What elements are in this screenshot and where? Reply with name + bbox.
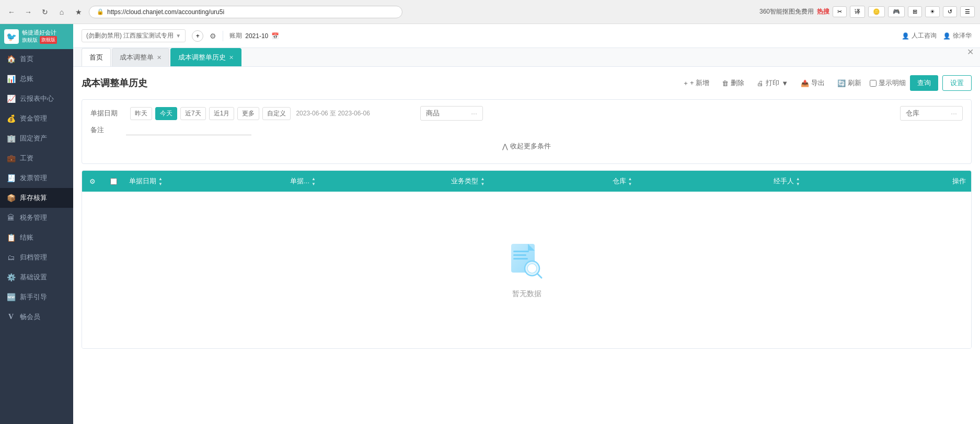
back-button[interactable]: ← (5, 6, 18, 18)
close-window-btn[interactable]: ✕ (961, 43, 980, 61)
sidebar-item-invoice-label: 发票管理 (20, 173, 47, 183)
select-all-checkbox[interactable] (110, 178, 117, 185)
history-tool[interactable]: ↺ (943, 6, 957, 17)
warehouse-sort-arrows: ▲▼ (628, 176, 632, 186)
menu-tool[interactable]: ☰ (960, 6, 975, 17)
remarks-input[interactable] (126, 125, 251, 135)
collapse-button[interactable]: ⋀ 收起更多条件 (497, 139, 556, 153)
coin-tool[interactable]: 🪙 (868, 6, 885, 17)
sidebar-item-ledger[interactable]: 📊 总账 (0, 69, 73, 89)
tab-cost-adjust-history[interactable]: 成本调整单历史 ✕ (170, 48, 241, 66)
date-btn-yesterday[interactable]: 昨天 (130, 107, 152, 120)
sidebar-item-closing[interactable]: 📋 结账 (0, 228, 73, 248)
sidebar-item-settings[interactable]: ⚙️ 基础设置 (0, 267, 73, 287)
settings-button[interactable]: 设置 (942, 75, 972, 91)
th-settings[interactable]: ⚙ (82, 178, 103, 185)
table-container: ⚙ 单据日期 ▲▼ 单据... ▲▼ 业务类型 ▲▼ (82, 170, 972, 349)
show-detail-checkbox[interactable] (870, 80, 877, 87)
th-biz-type-label: 业务类型 (451, 176, 478, 186)
forward-button[interactable]: → (22, 6, 34, 18)
sidebar-item-inventory[interactable]: 📦 库存核算 (0, 188, 73, 208)
print-button[interactable]: 🖨 打印 ▼ (753, 76, 792, 90)
scissors-tool[interactable]: ✂ (833, 6, 847, 17)
th-handler[interactable]: 经手人 ▲▼ (768, 172, 929, 191)
warehouse-label: 仓库 (906, 109, 919, 118)
query-button[interactable]: 查询 (910, 75, 938, 91)
sidebar-item-guide[interactable]: 🆕 新手引导 (0, 287, 73, 307)
add-tab-button[interactable]: + (192, 30, 203, 42)
delete-icon: 🗑 (722, 79, 729, 87)
sidebar-item-archive-label: 归档管理 (20, 253, 47, 262)
app-container: 🐦 畅捷通好会计 旗舰版 旗舰版 🏠 首页 📊 总账 📈 (0, 24, 980, 424)
calendar-icon[interactable]: 📅 (271, 32, 279, 40)
refresh-button[interactable]: 🔄 刷新 (833, 76, 866, 90)
user-service[interactable]: 👤 人工咨询 (902, 31, 937, 40)
settings-tab-button[interactable]: ⚙ (210, 32, 216, 40)
date-btn-7days[interactable]: 近7天 (180, 107, 206, 120)
logo-icon: 🐦 (4, 29, 19, 44)
guide-icon: 🆕 (6, 293, 16, 301)
sidebar-item-funds[interactable]: 💰 资金管理 (0, 109, 73, 128)
sidebar-item-tax[interactable]: 🏛 税务管理 (0, 208, 73, 228)
sidebar-item-settings-label: 基础设置 (20, 273, 47, 282)
tab-cost-adjust-history-close[interactable]: ✕ (229, 54, 234, 61)
th-warehouse[interactable]: 仓库 ▲▼ (607, 172, 768, 191)
th-actions: 操作 (929, 172, 971, 190)
translate-tool[interactable]: 译 (850, 6, 865, 18)
sidebar-item-fixed-assets[interactable]: 🏢 固定资产 (0, 128, 73, 148)
tab-cost-adjust[interactable]: 成本调整单 ✕ (112, 48, 169, 66)
column-settings-icon[interactable]: ⚙ (89, 178, 96, 185)
grid-tool[interactable]: ⊞ (908, 6, 922, 17)
theme-tool[interactable]: ☀ (925, 6, 940, 17)
sidebar-item-membership[interactable]: V 畅会员 (0, 307, 73, 327)
sidebar-item-payroll[interactable]: 💼 工资 (0, 148, 73, 168)
page-header: 成本调整单历史 + + 新增 🗑 删除 🖨 打印 ▼ (82, 75, 972, 91)
new-button[interactable]: + + 新增 (679, 76, 713, 90)
export-button[interactable]: 📤 导出 (797, 76, 829, 90)
bookmark-button[interactable]: ★ (72, 6, 85, 18)
sidebar-item-home[interactable]: 🏠 首页 (0, 49, 73, 69)
tab-home[interactable]: 首页 (82, 48, 111, 66)
user-avatar[interactable]: 👤 徐泽华 (943, 31, 972, 40)
th-biz-type[interactable]: 业务类型 ▲▼ (446, 172, 607, 191)
export-icon: 📤 (801, 79, 809, 87)
print-dropdown-arrow: ▼ (781, 79, 788, 87)
th-number[interactable]: 单据... ▲▼ (285, 172, 446, 191)
date-btn-today[interactable]: 今天 (155, 107, 177, 120)
membership-icon: V (6, 313, 16, 321)
product-dots: ··· (471, 109, 477, 117)
date-filter-buttons: 昨天 今天 近7天 近1月 更多 自定义 2023-06-06 至 2023-0… (130, 107, 370, 120)
date-btn-1month[interactable]: 近1月 (209, 107, 235, 120)
settings-icon: ⚙️ (6, 273, 16, 281)
reports-icon: 📈 (6, 95, 16, 103)
user-name: 徐泽华 (953, 31, 972, 40)
sidebar-item-archive[interactable]: 🗂 归档管理 (0, 248, 73, 267)
sidebar-item-invoice[interactable]: 🧾 发票管理 (0, 168, 73, 188)
url-text: https://cloud.chanjet.com/accounting/uru… (107, 8, 224, 16)
account-period-label: 账期 (229, 31, 242, 40)
address-bar[interactable]: 🔒 https://cloud.chanjet.com/accounting/u… (89, 6, 402, 18)
topbar-divider (223, 31, 223, 41)
tab-bar: 首页 成本调整单 ✕ 成本调整单历史 ✕ ✕ (73, 48, 980, 67)
account-period: 账期 2021-10 📅 (229, 31, 279, 40)
sidebar-item-reports[interactable]: 📈 云报表中心 (0, 89, 73, 109)
home-button[interactable]: ⌂ (55, 6, 68, 18)
sidebar-item-guide-label: 新手引导 (20, 292, 47, 302)
svg-rect-2 (513, 254, 526, 256)
company-selector[interactable]: (勿删勿禁用) 江西服宝测试专用 ▼ (82, 29, 186, 42)
date-btn-more[interactable]: 更多 (237, 107, 259, 120)
game-tool[interactable]: 🎮 (888, 6, 905, 17)
warehouse-filter[interactable]: 仓库 ··· (900, 106, 963, 121)
company-dropdown-arrow: ▼ (176, 33, 181, 39)
th-date[interactable]: 单据日期 ▲▼ (124, 172, 285, 191)
print-label: 打印 (766, 78, 779, 88)
reload-button[interactable]: ↻ (39, 6, 51, 18)
date-btn-custom[interactable]: 自定义 (262, 107, 291, 120)
th-checkbox[interactable] (103, 178, 124, 185)
table-body: 暂无数据 (82, 192, 971, 348)
sidebar-item-funds-label: 资金管理 (20, 114, 47, 123)
sidebar-logo[interactable]: 🐦 畅捷通好会计 旗舰版 旗舰版 (0, 24, 73, 49)
tab-cost-adjust-close[interactable]: ✕ (157, 54, 162, 61)
product-filter[interactable]: 商品 ··· (420, 106, 483, 121)
delete-button[interactable]: 🗑 删除 (718, 76, 748, 90)
